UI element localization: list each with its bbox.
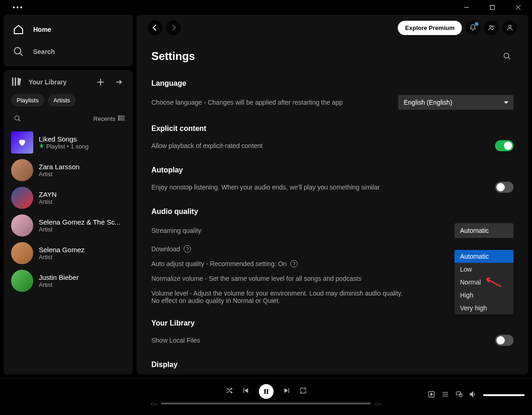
- autoplay-toggle[interactable]: [495, 182, 514, 193]
- profile-button[interactable]: [502, 20, 517, 35]
- svg-rect-6: [12, 77, 13, 86]
- sort-recents-button[interactable]: Recents: [93, 114, 126, 123]
- library-item-meta: Artist: [39, 226, 120, 233]
- repeat-button[interactable]: [299, 387, 307, 396]
- library-item-art: [11, 131, 33, 154]
- autoplay-description: Enjoy nonstop listening. When your audio…: [151, 184, 484, 191]
- library-item-name: ZAYN: [39, 190, 57, 198]
- explore-premium-button[interactable]: Explore Premium: [398, 21, 462, 35]
- queue-button[interactable]: [442, 391, 449, 399]
- svg-marker-37: [470, 392, 473, 397]
- library-item-name: Selena Gomez: [39, 246, 84, 254]
- notifications-button[interactable]: [466, 20, 480, 35]
- library-item[interactable]: Selena Gomez & The Sc...Artist: [7, 212, 129, 239]
- library-item-meta: Artist: [39, 281, 79, 288]
- library-item-name: Selena Gomez & The Sc...: [39, 218, 120, 226]
- explicit-toggle[interactable]: [495, 140, 514, 151]
- library-header[interactable]: Your Library: [11, 76, 89, 89]
- progress-bar[interactable]: [161, 403, 371, 404]
- window-minimize-button[interactable]: [456, 0, 477, 14]
- library-item[interactable]: Selena GomezArtist: [7, 239, 129, 267]
- explicit-description: Allow playback of explicit-rated content: [151, 142, 484, 149]
- dropdown-option[interactable]: High: [454, 289, 514, 302]
- svg-rect-26: [264, 389, 265, 394]
- devices-button[interactable]: [455, 391, 463, 399]
- library-item-art: [11, 159, 33, 181]
- nav-back-button[interactable]: [148, 20, 162, 35]
- nav-home-label: Home: [33, 26, 51, 33]
- language-select[interactable]: English (English): [398, 95, 514, 110]
- svg-point-22: [504, 53, 509, 58]
- window-close-button[interactable]: [508, 0, 528, 14]
- nav-search[interactable]: Search: [9, 41, 127, 63]
- pin-icon: [39, 143, 44, 150]
- library-item-art: [11, 187, 33, 209]
- search-icon: [13, 46, 24, 57]
- svg-rect-27: [267, 389, 268, 394]
- library-item-meta: Artist: [39, 171, 79, 178]
- library-item-meta: Artist: [39, 254, 84, 261]
- streaming-quality-dropdown[interactable]: AutomaticLowNormalHighVery high: [454, 250, 514, 314]
- svg-point-16: [118, 116, 119, 117]
- chip-artists[interactable]: Artists: [48, 94, 76, 107]
- dropdown-option[interactable]: Automatic: [454, 250, 514, 263]
- svg-point-20: [492, 26, 494, 27]
- local-files-toggle[interactable]: [495, 335, 514, 346]
- library-search-button[interactable]: [11, 112, 24, 125]
- auto-adjust-label: Auto adjust quality - Recommended settin…: [151, 260, 298, 267]
- window-maximize-button[interactable]: [482, 0, 502, 14]
- section-audio-title: Audio quality: [151, 208, 514, 216]
- shuffle-button[interactable]: [226, 387, 233, 396]
- volume-slider[interactable]: [483, 394, 525, 396]
- notification-badge: [475, 22, 478, 26]
- svg-line-23: [508, 57, 510, 59]
- previous-button[interactable]: [242, 387, 250, 396]
- list-icon: [118, 114, 126, 123]
- svg-line-5: [20, 53, 23, 56]
- dropdown-option[interactable]: Very high: [454, 302, 514, 314]
- total-time: -:--: [375, 401, 381, 406]
- home-icon: [13, 24, 24, 35]
- library-item-meta: Playlist • 1 song: [39, 143, 89, 150]
- library-item[interactable]: ZAYNArtist: [7, 184, 129, 212]
- library-item-name: Zara Larsson: [39, 163, 79, 171]
- library-item[interactable]: Justin BieberArtist: [7, 267, 129, 295]
- svg-rect-1: [490, 6, 495, 10]
- friends-button[interactable]: [484, 20, 499, 35]
- dropdown-option[interactable]: Normal: [454, 276, 514, 289]
- nav-home[interactable]: Home: [9, 18, 127, 41]
- language-description: Choose language - Changes will be applie…: [151, 99, 387, 106]
- section-library-title: Your Library: [151, 319, 514, 327]
- volume-level-description: Volume level - Adjust the volume for you…: [151, 290, 410, 304]
- expand-library-button[interactable]: [113, 76, 126, 89]
- svg-marker-28: [284, 388, 288, 393]
- library-item[interactable]: Zara LarssonArtist: [7, 156, 129, 184]
- nav-forward-button[interactable]: [166, 20, 181, 35]
- section-explicit-title: Explicit content: [151, 125, 514, 133]
- svg-point-21: [508, 25, 511, 28]
- svg-point-11: [15, 116, 19, 120]
- library-icon: [11, 76, 22, 89]
- help-icon[interactable]: ?: [184, 245, 191, 253]
- svg-rect-7: [15, 77, 16, 86]
- library-item[interactable]: Liked SongsPlaylist • 1 song: [7, 129, 129, 156]
- svg-point-18: [118, 119, 119, 120]
- library-item-name: Liked Songs: [39, 135, 89, 143]
- next-button[interactable]: [283, 387, 290, 396]
- streaming-quality-select[interactable]: Automatic: [454, 223, 514, 238]
- svg-marker-31: [431, 393, 433, 395]
- now-playing-view-button[interactable]: [428, 391, 435, 399]
- settings-search-button[interactable]: [501, 50, 514, 63]
- volume-button[interactable]: [469, 391, 477, 399]
- dropdown-option[interactable]: Low: [454, 263, 514, 276]
- chip-playlists[interactable]: Playlists: [11, 94, 44, 107]
- sort-label: Recents: [93, 115, 115, 122]
- help-icon[interactable]: ?: [290, 260, 298, 267]
- create-playlist-button[interactable]: [94, 76, 107, 89]
- app-menu-icon[interactable]: [13, 6, 22, 8]
- svg-line-12: [18, 119, 20, 121]
- local-files-label: Show Local Files: [151, 337, 200, 344]
- svg-marker-24: [244, 388, 248, 393]
- download-quality-label: Download ?: [151, 245, 191, 253]
- play-pause-button[interactable]: [259, 384, 274, 399]
